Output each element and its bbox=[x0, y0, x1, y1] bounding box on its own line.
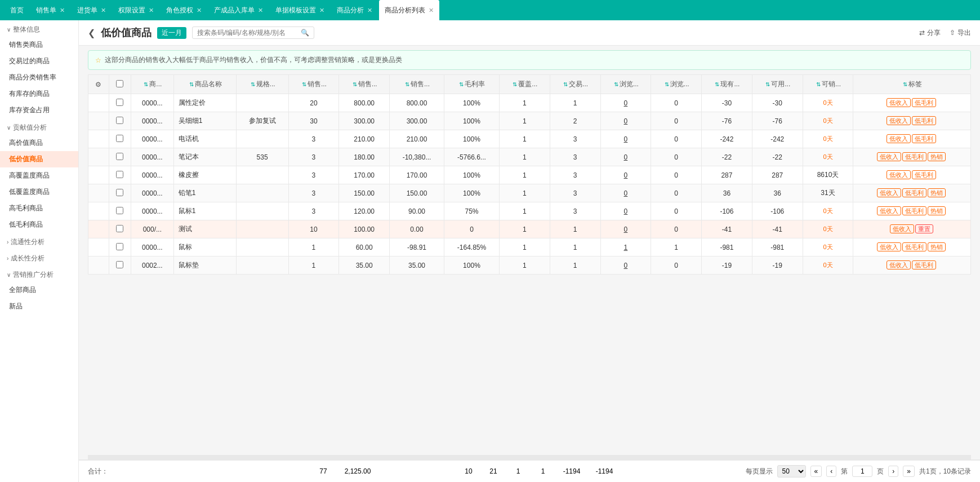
export-button[interactable]: ⇧ 导出 bbox=[950, 28, 971, 38]
tags-cell: 低收入低毛利 bbox=[853, 94, 971, 112]
nav-analysis-list[interactable]: 商品分析列表 ✕ bbox=[379, 0, 439, 20]
saleable-cell: 0天 bbox=[803, 94, 853, 112]
close-icon[interactable]: ✕ bbox=[197, 7, 202, 14]
sidebar-item-high-margin[interactable]: 高毛利商品 bbox=[0, 200, 78, 216]
collapse-sidebar-button[interactable]: ❮ bbox=[88, 28, 95, 38]
browse1-link[interactable]: 0 bbox=[624, 171, 628, 179]
first-page-button[interactable]: « bbox=[810, 466, 822, 477]
browse1-link[interactable]: 0 bbox=[624, 99, 628, 107]
browse1-cell: 0 bbox=[600, 184, 651, 202]
browse1-link[interactable]: 0 bbox=[624, 153, 628, 161]
code-cell: 0000... bbox=[131, 238, 174, 257]
row-checkbox[interactable] bbox=[116, 117, 123, 124]
share-button[interactable]: ⇄ 分享 bbox=[919, 28, 941, 38]
tags-cell: 低收入低毛利 bbox=[853, 257, 971, 275]
horizontal-scrollbar[interactable] bbox=[88, 455, 971, 459]
browse2-cell: 1 bbox=[651, 238, 702, 257]
browse1-link[interactable]: 0 bbox=[624, 262, 628, 269]
tag: 热销 bbox=[928, 152, 946, 161]
row-checkbox[interactable] bbox=[116, 153, 123, 160]
sidebar-group-general[interactable]: ∨ 整体信息 bbox=[0, 20, 78, 37]
sidebar-item-low-value[interactable]: 低价值商品 bbox=[0, 151, 78, 167]
sidebar-item-high-value[interactable]: 高价值商品 bbox=[0, 135, 78, 151]
browse1-link[interactable]: 0 bbox=[624, 135, 628, 143]
row-checkbox[interactable] bbox=[116, 261, 123, 268]
coverage-cell: 1 bbox=[499, 112, 550, 130]
tag: 低收入 bbox=[877, 188, 901, 197]
sidebar-item-low-margin[interactable]: 低毛利商品 bbox=[0, 216, 78, 233]
header-right: ⇄ 分享 ⇧ 导出 bbox=[919, 28, 971, 38]
nav-home[interactable]: 首页 bbox=[5, 0, 29, 20]
sidebar-group-circulation[interactable]: › 流通性分析 bbox=[0, 233, 78, 249]
close-icon[interactable]: ✕ bbox=[367, 7, 372, 14]
close-icon[interactable]: ✕ bbox=[258, 7, 263, 14]
search-input[interactable] bbox=[197, 29, 299, 37]
close-icon[interactable]: ✕ bbox=[60, 7, 65, 14]
filter-tag[interactable]: 近一月 bbox=[157, 27, 186, 39]
sidebar-item-category-rate[interactable]: 商品分类销售率 bbox=[0, 69, 78, 86]
nav-permissions[interactable]: 权限设置 ✕ bbox=[113, 0, 159, 20]
sidebar-item-traded-goods[interactable]: 交易过的商品 bbox=[0, 53, 78, 69]
nav-purchase[interactable]: 进货单 ✕ bbox=[72, 0, 112, 20]
prev-page-button[interactable]: ‹ bbox=[826, 466, 836, 477]
sidebar-item-all-goods[interactable]: 全部商品 bbox=[0, 282, 78, 298]
sidebar-item-sales-goods[interactable]: 销售类商品 bbox=[0, 37, 78, 53]
sidebar-group-growth[interactable]: › 成长性分析 bbox=[0, 249, 78, 266]
sidebar-item-new-goods[interactable]: 新品 bbox=[0, 298, 78, 315]
row-checkbox[interactable] bbox=[116, 243, 123, 250]
saleable-cell: 0天 bbox=[803, 220, 853, 238]
row-checkbox[interactable] bbox=[116, 225, 123, 232]
browse1-link[interactable]: 1 bbox=[624, 244, 628, 251]
row-checkbox[interactable] bbox=[116, 99, 123, 106]
browse1-link[interactable]: 0 bbox=[624, 117, 628, 125]
total-values: 77 2,125.00 10 21 1 1 -1194 -1194 bbox=[117, 467, 746, 475]
sales-qty-cell: 10 bbox=[288, 220, 339, 238]
table-body: 0000... 属性定价 20 800.00 800.00 100% 1 1 0… bbox=[88, 94, 971, 275]
current-page-input[interactable] bbox=[852, 466, 872, 477]
top-nav: 首页 销售单 ✕ 进货单 ✕ 权限设置 ✕ 角色授权 ✕ 产成品入库单 ✕ 单据… bbox=[0, 0, 980, 20]
coverage-col-header: ⇅覆盖... bbox=[499, 75, 550, 94]
coverage-cell: 1 bbox=[499, 238, 550, 257]
close-icon[interactable]: ✕ bbox=[149, 7, 154, 14]
sidebar-item-stock-capital[interactable]: 库存资金占用 bbox=[0, 102, 78, 118]
sales-amt-cell: 35.00 bbox=[339, 257, 390, 275]
close-icon[interactable]: ✕ bbox=[319, 7, 324, 14]
nav-warehouse[interactable]: 产成品入库单 ✕ bbox=[208, 0, 269, 20]
browse2-col-header: ⇅浏览... bbox=[651, 75, 702, 94]
sales-qty-cell: 20 bbox=[288, 94, 339, 112]
row-checkbox[interactable] bbox=[116, 135, 123, 142]
sidebar-item-high-coverage[interactable]: 高覆盖度商品 bbox=[0, 167, 78, 184]
sales-amt-cell: 120.00 bbox=[339, 202, 390, 220]
settings-col-header[interactable]: ⚙ bbox=[88, 75, 109, 94]
nav-analysis[interactable]: 商品分析 ✕ bbox=[331, 0, 378, 20]
gross-rate-cell: 100% bbox=[444, 166, 500, 184]
name-cell: 铅笔1 bbox=[173, 184, 236, 202]
close-icon[interactable]: ✕ bbox=[101, 7, 106, 14]
tag: 低毛利 bbox=[902, 188, 926, 197]
sidebar-group-contribution[interactable]: ∨ 贡献值分析 bbox=[0, 118, 78, 135]
select-all-checkbox[interactable] bbox=[116, 80, 123, 87]
page-size-select[interactable]: 50 100 200 bbox=[777, 465, 806, 477]
spec-cell bbox=[236, 166, 288, 184]
browse1-link[interactable]: 0 bbox=[624, 225, 628, 233]
last-page-button[interactable]: » bbox=[903, 466, 915, 477]
row-checkbox[interactable] bbox=[116, 207, 123, 214]
sidebar-group-marketing[interactable]: ∨ 营销推广分析 bbox=[0, 266, 78, 282]
name-col-header: ⇅商品名称 bbox=[173, 75, 236, 94]
next-page-button[interactable]: › bbox=[888, 466, 898, 477]
sidebar-item-low-coverage[interactable]: 低覆盖度商品 bbox=[0, 184, 78, 200]
chevron-right-icon: › bbox=[7, 255, 8, 262]
browse1-link[interactable]: 0 bbox=[624, 189, 628, 197]
browse1-link[interactable]: 0 bbox=[624, 207, 628, 215]
nav-roles[interactable]: 角色授权 ✕ bbox=[161, 0, 207, 20]
nav-template[interactable]: 单据模板设置 ✕ bbox=[270, 0, 330, 20]
total-available: -1194 bbox=[590, 467, 618, 475]
nav-sales[interactable]: 销售单 ✕ bbox=[30, 0, 70, 20]
tag: 热销 bbox=[928, 206, 946, 215]
gross-rate-cell: 100% bbox=[444, 112, 500, 130]
coverage-cell: 1 bbox=[499, 148, 550, 166]
close-icon[interactable]: ✕ bbox=[429, 7, 434, 14]
row-checkbox[interactable] bbox=[116, 189, 123, 196]
row-checkbox[interactable] bbox=[116, 171, 123, 178]
sidebar-item-stock-goods[interactable]: 有库存的商品 bbox=[0, 86, 78, 102]
